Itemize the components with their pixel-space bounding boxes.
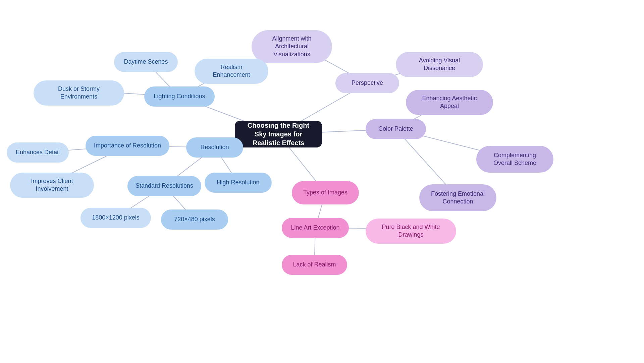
node-daytime[interactable]: Daytime Scenes: [114, 52, 178, 72]
node-lighting[interactable]: Lighting Conditions: [144, 86, 215, 107]
center-node: Choosing the Right Sky Images for Realis…: [235, 121, 322, 147]
node-lack-realism[interactable]: Lack of Realism: [282, 255, 347, 275]
node-align-arch[interactable]: Alignment with Architectural Visualizati…: [252, 30, 332, 63]
node-line-art[interactable]: Line Art Exception: [282, 218, 349, 238]
node-foster-emotional[interactable]: Fostering Emotional Connection: [419, 184, 496, 211]
node-complement-scheme[interactable]: Complementing Overall Scheme: [476, 146, 553, 173]
node-perspective[interactable]: Perspective: [335, 73, 399, 93]
node-importance-res[interactable]: Importance of Resolution: [86, 136, 169, 156]
mind-map: Choosing the Right Sky Images for Realis…: [0, 0, 644, 363]
node-realism-enh[interactable]: Realism Enhancement: [195, 59, 268, 84]
node-avoid-dissonance[interactable]: Avoiding Visual Dissonance: [396, 52, 483, 77]
node-enhance-aesthetic[interactable]: Enhancing Aesthetic Appeal: [406, 90, 493, 115]
node-standard-res[interactable]: Standard Resolutions: [127, 176, 201, 196]
node-enhances-detail[interactable]: Enhances Detail: [7, 142, 69, 163]
node-color-palette[interactable]: Color Palette: [366, 119, 426, 139]
node-improves-client[interactable]: Improves Client Involvement: [10, 173, 94, 198]
node-720x480[interactable]: 720×480 pixels: [161, 209, 228, 230]
node-types-images[interactable]: Types of Images: [292, 181, 359, 204]
node-1800x1200[interactable]: 1800×1200 pixels: [80, 208, 151, 228]
node-dusk-stormy[interactable]: Dusk or Stormy Environments: [34, 80, 124, 106]
node-resolution[interactable]: Resolution: [186, 137, 243, 158]
node-pure-bw[interactable]: Pure Black and White Drawings: [366, 219, 456, 244]
node-high-res[interactable]: High Resolution: [205, 173, 272, 193]
